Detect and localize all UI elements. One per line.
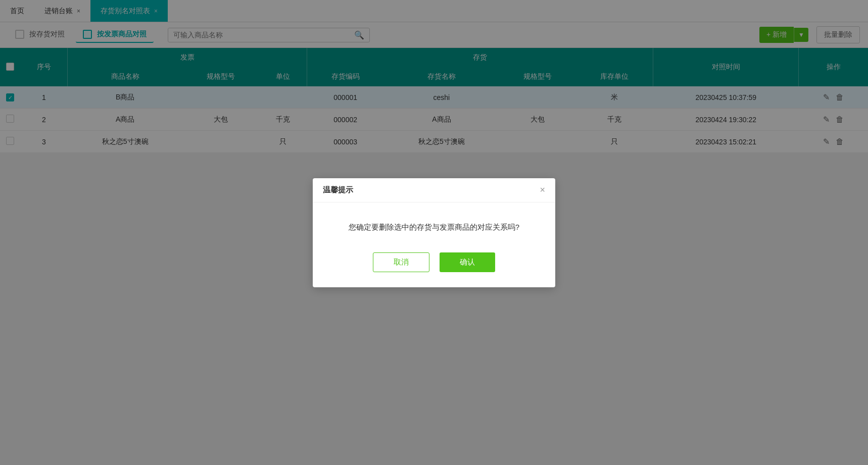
confirm-modal: 温馨提示 × 您确定要删除选中的存货与发票商品的对应关系吗? 取消 确认 [313, 178, 555, 287]
modal-confirm-button[interactable]: 确认 [440, 252, 495, 272]
modal-title: 温馨提示 [323, 185, 353, 195]
modal-body: 您确定要删除选中的存货与发票商品的对应关系吗? [313, 202, 555, 247]
modal-cancel-button[interactable]: 取消 [373, 252, 429, 272]
modal-header: 温馨提示 × [313, 178, 555, 202]
modal-overlay: 温馨提示 × 您确定要删除选中的存货与发票商品的对应关系吗? 取消 确认 [0, 0, 868, 465]
modal-message: 您确定要删除选中的存货与发票商品的对应关系吗? [349, 223, 519, 231]
modal-close-button[interactable]: × [540, 185, 545, 194]
modal-footer: 取消 确认 [313, 247, 555, 287]
